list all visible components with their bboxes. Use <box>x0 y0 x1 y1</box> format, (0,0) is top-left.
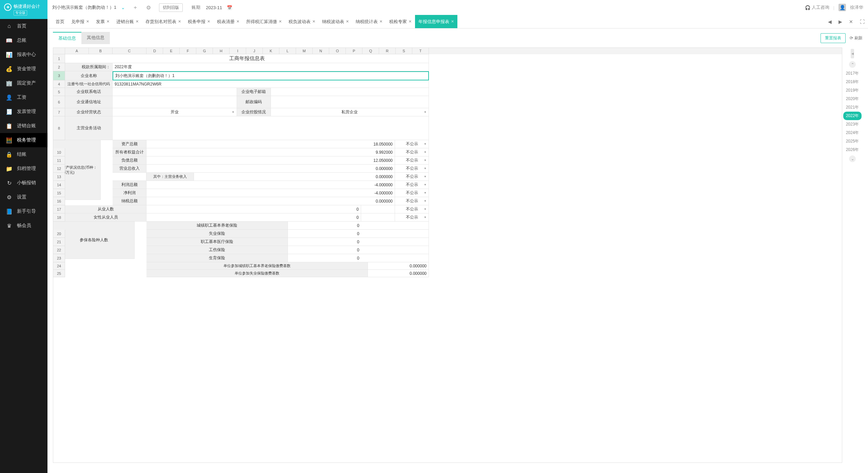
subtab-0[interactable]: 基础信息 <box>53 32 81 44</box>
year-up-icon[interactable]: ⌃ <box>849 61 856 68</box>
value-cell[interactable]: 0.000000 <box>146 165 395 173</box>
sidebar-item-7[interactable]: 📋进销台账 <box>0 119 47 133</box>
year-down-icon[interactable]: ⌄ <box>849 155 856 162</box>
row-header[interactable]: 23 <box>53 254 65 262</box>
tab-3[interactable]: 进销台账✕ <box>113 15 142 28</box>
col-header[interactable]: A <box>65 48 89 54</box>
consult-button[interactable]: 🎧 人工咨询 <box>805 4 829 11</box>
col-header[interactable]: L <box>279 48 296 54</box>
col-header[interactable]: R <box>379 48 396 54</box>
tab-2[interactable]: 发票✕ <box>93 15 113 28</box>
tab-next-icon[interactable]: ▶ <box>835 19 846 24</box>
year-option[interactable]: 2022年 <box>843 112 862 120</box>
company-name-cell[interactable]: 刘小艳演示账套（勿删勿动！）1 <box>113 71 429 80</box>
row-header[interactable]: 7 <box>53 108 65 116</box>
publish-select[interactable]: 不公示 <box>395 173 429 181</box>
sidebar-item-2[interactable]: 📊报表中心 <box>0 48 47 62</box>
col-header[interactable]: G <box>196 48 213 54</box>
col-header[interactable]: Q <box>362 48 379 54</box>
insurance-value-cell[interactable]: 0 <box>288 246 429 254</box>
insurance-value-cell[interactable]: 0 <box>288 222 429 230</box>
col-header[interactable]: I <box>230 48 246 54</box>
reg-code-cell[interactable]: 91320811MA7NGR2W6R <box>113 80 429 88</box>
tab-11[interactable]: 税检专家✕ <box>386 15 415 28</box>
tab-8[interactable]: 税负波动表✕ <box>285 15 319 28</box>
sidebar-item-0[interactable]: ⌂首页 <box>0 19 47 33</box>
row-header[interactable]: 25 <box>53 270 65 277</box>
tab-4[interactable]: 存货别名对照表✕ <box>142 15 184 28</box>
row-header[interactable]: 17 <box>53 205 65 213</box>
sidebar-item-5[interactable]: 👤工资 <box>0 90 47 105</box>
close-icon[interactable]: ✕ <box>346 19 349 24</box>
horizontal-scrollbar[interactable] <box>53 463 842 468</box>
year-option[interactable]: 2018年 <box>843 78 862 86</box>
row-header[interactable]: 4 <box>53 80 65 88</box>
row-header[interactable]: 5 <box>53 88 65 96</box>
switch-old-button[interactable]: 切到旧版 <box>159 3 183 12</box>
gear-icon[interactable]: ⚙ <box>143 4 154 11</box>
sidebar-item-1[interactable]: 📖总账 <box>0 33 47 48</box>
sidebar-item-10[interactable]: 📁归档管理 <box>0 162 47 176</box>
col-header[interactable]: J <box>246 48 263 54</box>
insurance-value-cell[interactable]: 0 <box>288 254 429 262</box>
publish-select[interactable]: 不公示 <box>395 156 429 165</box>
fullscreen-icon[interactable]: ⛶ <box>856 19 868 24</box>
year-option[interactable]: 2023年 <box>843 120 862 129</box>
value-cell[interactable]: 0.000000 <box>194 173 395 181</box>
chevron-down-icon[interactable]: ⌄ <box>119 5 127 10</box>
main-business-cell[interactable] <box>113 116 429 140</box>
zip-cell[interactable] <box>271 96 429 108</box>
col-header[interactable]: N <box>313 48 329 54</box>
col-header[interactable]: D <box>146 48 163 54</box>
publish-select[interactable]: 不公示 <box>395 140 429 148</box>
female-count-cell[interactable]: 0 <box>146 213 361 222</box>
year-option[interactable]: 2017年 <box>843 69 862 78</box>
insurance-value-cell[interactable]: 0 <box>288 238 429 246</box>
publish-select[interactable]: 不公示 <box>395 197 429 205</box>
value-cell[interactable]: 9.992000 <box>146 148 395 156</box>
year-option[interactable]: 2024年 <box>843 129 862 137</box>
close-icon[interactable]: ✕ <box>236 19 239 24</box>
row-header[interactable]: 14 <box>53 181 65 189</box>
close-icon[interactable]: ✕ <box>279 19 282 24</box>
tab-close-all-icon[interactable]: ✕ <box>846 19 856 24</box>
close-icon[interactable]: ✕ <box>178 19 181 24</box>
tab-1[interactable]: 兑申报✕ <box>68 15 93 28</box>
tab-5[interactable]: 税务申报✕ <box>184 15 214 28</box>
tab-6[interactable]: 税表清册✕ <box>214 15 243 28</box>
col-header[interactable]: O <box>329 48 346 54</box>
col-header[interactable]: H <box>213 48 230 54</box>
row-header[interactable]: 15 <box>53 189 65 197</box>
tab-12[interactable]: 年报信息申报表✕ <box>415 15 457 28</box>
phone-cell[interactable] <box>113 88 237 96</box>
close-icon[interactable]: ✕ <box>451 19 454 24</box>
refresh-button[interactable]: ⟳ 刷新 <box>850 33 863 43</box>
row-header[interactable]: 1 <box>53 54 65 63</box>
publish-select[interactable]: 不公示 <box>395 205 429 213</box>
col-header[interactable]: K <box>263 48 279 54</box>
col-header[interactable]: S <box>396 48 412 54</box>
value-cell[interactable]: 12.050000 <box>146 156 395 165</box>
col-header[interactable]: E <box>163 48 180 54</box>
tab-prev-icon[interactable]: ◀ <box>825 19 835 24</box>
year-option[interactable]: 2021年 <box>843 103 862 112</box>
close-icon[interactable]: ✕ <box>312 19 315 24</box>
value-cell[interactable]: 18.050000 <box>146 140 395 148</box>
value-cell[interactable]: 0.000000 <box>146 197 395 205</box>
row-header[interactable]: 13 <box>53 173 65 181</box>
close-icon[interactable]: ✕ <box>86 19 89 24</box>
publish-select[interactable]: 不公示 <box>395 213 429 222</box>
value-cell[interactable]: -4.000000 <box>146 181 395 189</box>
col-header[interactable]: C <box>113 48 146 54</box>
calendar-icon[interactable]: 📅 <box>227 5 232 10</box>
close-icon[interactable]: ✕ <box>379 19 382 24</box>
address-cell[interactable] <box>113 96 237 108</box>
row-header[interactable]: 20 <box>53 230 65 238</box>
status-select[interactable]: 开业 <box>113 108 237 116</box>
spreadsheet[interactable]: ABCDEFGHIJKLMNOPQRST 1工商年报信息表2税款所属期间：202… <box>53 48 842 463</box>
sidebar-item-14[interactable]: ♛畅会员 <box>0 219 47 233</box>
year-option[interactable]: 2025年 <box>843 137 862 146</box>
sidebar-item-4[interactable]: 🏢固定资产 <box>0 76 47 90</box>
row-header[interactable]: 22 <box>53 246 65 254</box>
tab-7[interactable]: 所得税汇算清缴✕ <box>243 15 285 28</box>
